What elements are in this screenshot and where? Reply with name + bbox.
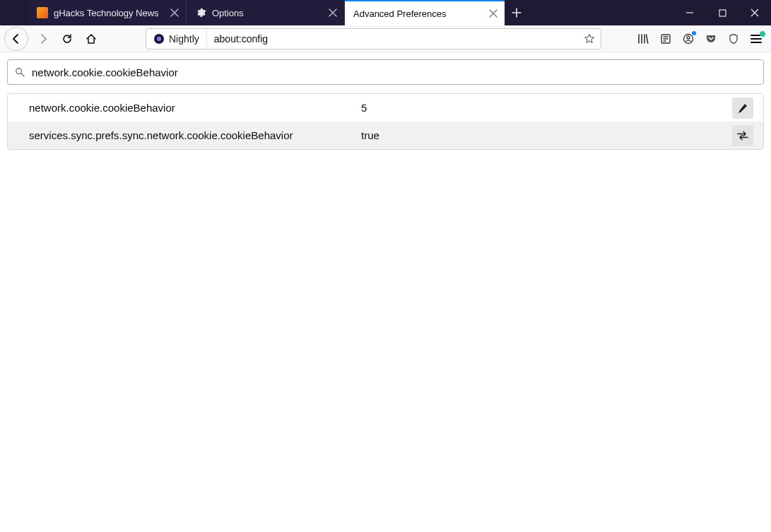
- reader-icon[interactable]: [655, 28, 676, 49]
- forward-button[interactable]: [33, 28, 54, 49]
- pencil-icon: [737, 102, 748, 114]
- pref-search-box[interactable]: [7, 59, 764, 85]
- gear-icon: [195, 7, 206, 18]
- pref-name: network.cookie.cookieBehavior: [29, 102, 361, 114]
- pref-value: true: [361, 129, 721, 141]
- edit-button[interactable]: [732, 97, 753, 119]
- pref-row[interactable]: services.sync.prefs.sync.network.cookie.…: [8, 122, 763, 149]
- tab-label: gHacks Technology News: [54, 8, 165, 18]
- svg-point-6: [16, 69, 22, 74]
- toggle-arrows-icon: [736, 131, 749, 141]
- tab-ghacks[interactable]: gHacks Technology News: [28, 0, 187, 25]
- maximize-button[interactable]: [706, 0, 738, 25]
- notification-dot-icon: [692, 31, 696, 35]
- url-input[interactable]: [207, 33, 578, 45]
- window-close-button[interactable]: [738, 0, 771, 25]
- url-bar[interactable]: Nightly: [146, 28, 601, 49]
- back-button[interactable]: [4, 27, 28, 51]
- pref-action: [732, 97, 753, 119]
- pref-table: network.cookie.cookieBehavior 5 services…: [7, 93, 764, 150]
- navigation-toolbar: Nightly: [0, 25, 771, 52]
- aboutconfig-page: network.cookie.cookieBehavior 5 services…: [0, 52, 771, 157]
- pref-name: services.sync.prefs.sync.network.cookie.…: [29, 129, 361, 141]
- shield-icon[interactable]: [723, 28, 744, 49]
- hamburger-icon: [751, 35, 762, 43]
- tab-advanced-preferences[interactable]: Advanced Preferences: [345, 0, 505, 25]
- library-icon[interactable]: [632, 28, 654, 49]
- identity-box[interactable]: Nightly: [146, 29, 207, 49]
- tab-strip: gHacks Technology News Options Advanced …: [0, 0, 771, 25]
- new-tab-button[interactable]: [505, 0, 529, 25]
- tab-options[interactable]: Options: [187, 0, 345, 25]
- bookmark-star-icon[interactable]: [578, 33, 601, 45]
- pref-value: 5: [361, 102, 721, 114]
- svg-point-2: [157, 36, 161, 40]
- svg-rect-0: [719, 10, 726, 16]
- favicon-ghacks-icon: [37, 7, 48, 18]
- tab-label: Advanced Preferences: [353, 8, 483, 19]
- home-button[interactable]: [81, 28, 102, 49]
- pref-search-input[interactable]: [32, 66, 756, 78]
- account-icon[interactable]: [678, 28, 699, 49]
- minimize-button[interactable]: [673, 0, 706, 25]
- toolbar-extensions: [607, 28, 767, 49]
- close-icon[interactable]: [329, 8, 337, 17]
- pocket-icon[interactable]: [700, 28, 722, 49]
- pref-action: [732, 125, 753, 146]
- tab-label: Options: [212, 8, 323, 18]
- search-icon: [15, 67, 25, 77]
- firefox-logo-icon: [153, 33, 165, 45]
- close-icon[interactable]: [489, 9, 498, 18]
- window-controls: [673, 0, 771, 25]
- app-menu-button[interactable]: [746, 28, 767, 49]
- identity-label: Nightly: [169, 33, 199, 45]
- reload-button[interactable]: [57, 28, 78, 49]
- pref-row[interactable]: network.cookie.cookieBehavior 5: [8, 94, 763, 122]
- svg-point-5: [687, 36, 690, 39]
- close-icon[interactable]: [170, 8, 179, 17]
- tabstrip-left-spacer: [0, 0, 28, 25]
- toggle-button[interactable]: [732, 125, 753, 146]
